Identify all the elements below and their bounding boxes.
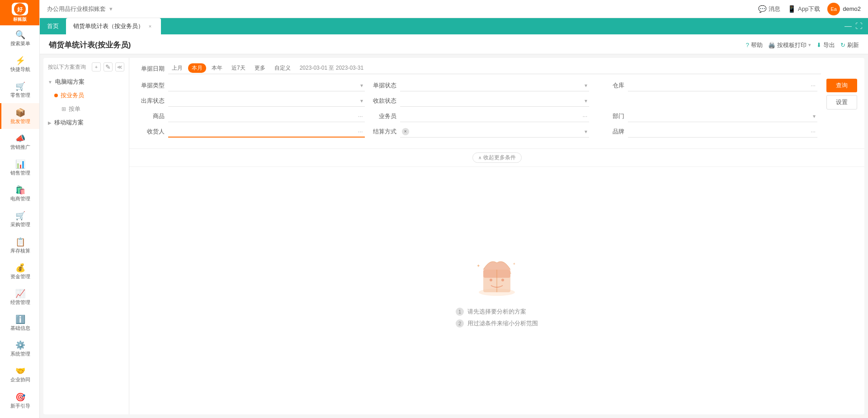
tree-active-item[interactable]: 按业务员 xyxy=(43,89,129,102)
query-btn[interactable]: 查询 xyxy=(826,79,857,92)
content-area: 销货单统计表(按业务员) ? 帮助 🖨️ 按模板打印 ▾ ⬇ 导出 ↻ 刷新 xyxy=(40,34,868,418)
salesperson-dots: ··· xyxy=(582,113,587,119)
out-status-label: 出库状态 xyxy=(137,97,168,105)
svg-point-6 xyxy=(490,279,492,281)
sidebar-item-search[interactable]: 🔍 搜索菜单 xyxy=(0,25,39,51)
sidebar-item-finance[interactable]: 💰 资金管理 xyxy=(0,258,39,284)
doc-type-chevron: ▾ xyxy=(360,82,363,89)
collect-status-input[interactable]: ▾ xyxy=(400,95,590,107)
edit-icon: ✎ xyxy=(105,63,111,71)
body-layout: 按以下方案查询 + ✎ ≪ ▼ 电脑端方案 xyxy=(43,58,864,414)
product-label: 商品 xyxy=(137,112,168,120)
inventory-icon: 📋 xyxy=(15,237,25,247)
department-label: 部门 xyxy=(596,112,628,120)
message-btn[interactable]: 💬 消息 xyxy=(758,5,780,13)
tree-sub-item[interactable]: ⊞ 按单 xyxy=(43,102,129,116)
quick-nav-icon: ⚡ xyxy=(15,56,25,66)
sidebar-item-operations[interactable]: 📈 经营管理 xyxy=(0,284,39,310)
user-profile[interactable]: Ea demo2 xyxy=(827,3,861,15)
sidebar-item-system[interactable]: ⚙️ 系统管理 xyxy=(0,336,39,361)
app-download-icon: 📱 xyxy=(788,5,796,13)
app-download-btn[interactable]: 📱 App下载 xyxy=(788,5,820,13)
export-btn[interactable]: ⬇ 导出 xyxy=(816,41,835,49)
collapse-label: 收起更多条件 xyxy=(483,154,516,162)
date-tab-7days[interactable]: 近7天 xyxy=(228,63,249,73)
app-name-dropdown-icon[interactable]: ▾ xyxy=(109,5,113,12)
out-status-input[interactable]: ▾ xyxy=(168,95,365,107)
app-download-label: App下载 xyxy=(798,5,820,13)
active-item-label: 按业务员 xyxy=(61,91,84,100)
left-panel-icons: + ✎ ≪ xyxy=(92,62,124,71)
brand-label: 品牌 xyxy=(596,128,628,136)
tab-home[interactable]: 首页 xyxy=(40,18,66,34)
product-input[interactable]: ··· xyxy=(168,110,365,122)
tabbar-right: — ⛶ xyxy=(844,22,868,30)
sidebar-item-purchase[interactable]: 🛒 采购管理 xyxy=(0,206,39,232)
collapse-icon: ≪ xyxy=(117,64,123,70)
svg-text:好: 好 xyxy=(17,6,23,13)
brand-input[interactable]: ··· xyxy=(628,126,817,138)
tabbar: 首页 销货单统计表（按业务员） × — ⛶ xyxy=(40,18,868,34)
settle-input[interactable]: × ▾ xyxy=(400,126,590,138)
date-label: 单据日期 xyxy=(137,65,168,73)
department-input[interactable]: ▾ xyxy=(628,110,817,122)
sidebar-item-app-center[interactable]: 📱 应用中心 xyxy=(0,413,39,418)
doc-status-input[interactable]: ▾ xyxy=(400,80,590,91)
help-btn[interactable]: ? 帮助 xyxy=(746,41,763,49)
export-icon: ⬇ xyxy=(816,42,821,48)
sidebar-item-quick-nav[interactable]: ⚡ 快捷导航 xyxy=(0,51,39,77)
date-tab-this-month[interactable]: 本月 xyxy=(188,63,206,73)
add-scheme-btn[interactable]: + xyxy=(92,62,101,71)
operations-icon: 📈 xyxy=(15,289,25,299)
date-tab-more[interactable]: 更多 xyxy=(251,63,269,73)
tree-pc-scheme[interactable]: ▼ 电脑端方案 xyxy=(43,75,129,89)
settle-clear-btn[interactable]: × xyxy=(402,128,409,135)
setting-btn[interactable]: 设置 xyxy=(826,95,857,109)
collapse-conditions-btn[interactable]: ∧ 收起更多条件 xyxy=(472,152,522,163)
sidebar-item-inventory[interactable]: 📋 库存核算 xyxy=(0,233,39,258)
svg-text:✦: ✦ xyxy=(513,262,516,266)
collab-icon: 🤝 xyxy=(15,366,25,376)
page-header: 销货单统计表(按业务员) ? 帮助 🖨️ 按模板打印 ▾ ⬇ 导出 ↻ 刷新 xyxy=(40,34,868,54)
edit-scheme-btn[interactable]: ✎ xyxy=(104,62,113,71)
message-icon: 💬 xyxy=(758,5,767,13)
print-btn[interactable]: 🖨️ 按模板打印 ▾ xyxy=(768,41,811,49)
sidebar-item-collab[interactable]: 🤝 企业协同 xyxy=(0,361,39,387)
step-2-num: 2 xyxy=(456,319,464,328)
sidebar-item-marketing[interactable]: 📣 营销推广 xyxy=(0,129,39,155)
receiver-input[interactable]: ··· xyxy=(168,126,365,138)
date-tab-custom[interactable]: 自定义 xyxy=(271,63,294,73)
tab-maximize-icon[interactable]: ⛶ xyxy=(855,22,863,30)
step-1-num: 1 xyxy=(456,308,464,316)
refresh-btn[interactable]: ↻ 刷新 xyxy=(840,41,859,49)
system-icon: ⚙️ xyxy=(15,340,25,350)
tree-mobile-scheme[interactable]: ▶ 移动端方案 xyxy=(43,116,129,129)
doc-type-input[interactable]: ▾ xyxy=(168,80,365,91)
empty-step-2: 2 用过滤条件来缩小分析范围 xyxy=(456,319,538,328)
svg-point-7 xyxy=(501,279,504,281)
avatar: Ea xyxy=(827,3,840,15)
app-name: 办公用品行业模拟账套 xyxy=(47,5,106,13)
ecommerce-icon: 🛍️ xyxy=(15,185,25,195)
message-label: 消息 xyxy=(769,5,780,13)
sidebar-item-ecommerce[interactable]: 🛍️ 电商管理 xyxy=(0,180,39,206)
empty-state-icon: ✦ ✦ ✦ xyxy=(470,254,524,300)
collect-status-label: 收款状态 xyxy=(368,97,400,105)
settle-chevron: ▾ xyxy=(585,128,587,135)
print-dropdown-icon[interactable]: ▾ xyxy=(808,42,811,48)
tab-close-icon[interactable]: × xyxy=(146,23,154,30)
tab-minimize-icon[interactable]: — xyxy=(844,22,852,30)
sidebar-item-retail[interactable]: 🛒 零售管理 xyxy=(0,77,39,103)
date-tab-last-month[interactable]: 上月 xyxy=(168,63,186,73)
sidebar-item-wholesale[interactable]: 📦 批发管理 xyxy=(0,103,39,129)
page-actions: ? 帮助 🖨️ 按模板打印 ▾ ⬇ 导出 ↻ 刷新 xyxy=(746,41,859,49)
collapse-icon: ∧ xyxy=(478,155,481,160)
tab-sales-stat[interactable]: 销货单统计表（按业务员） × xyxy=(66,18,161,34)
warehouse-input[interactable]: ··· xyxy=(628,80,817,91)
collapse-panel-btn[interactable]: ≪ xyxy=(115,62,124,71)
sidebar-item-sales[interactable]: 📊 销售管理 xyxy=(0,155,39,180)
salesperson-input[interactable]: ··· xyxy=(400,110,590,122)
sidebar-item-new-user[interactable]: 🎯 新手引导 xyxy=(0,388,39,413)
sidebar-item-basic-info[interactable]: ℹ️ 基础信息 xyxy=(0,310,39,336)
date-tab-this-year[interactable]: 本年 xyxy=(208,63,226,73)
